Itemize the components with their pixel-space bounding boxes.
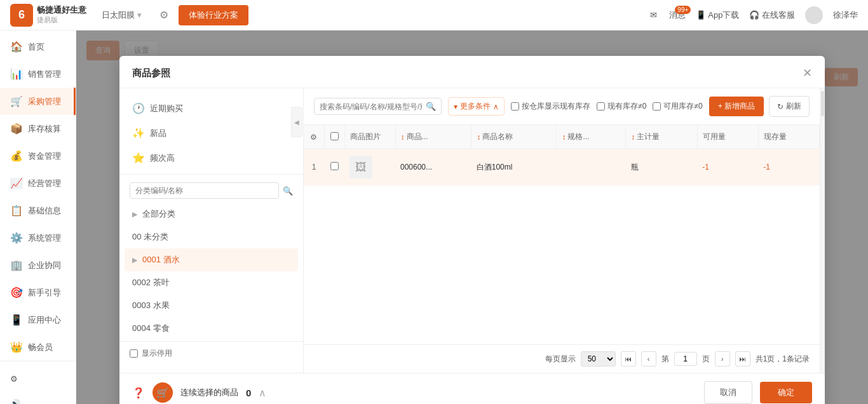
scrollbar-thumb[interactable] [821,91,824,116]
current-page-input[interactable] [674,352,697,366]
dialog-overlay: 商品参照 ✕ ◀ 🕐 近期购买 [76,30,868,404]
th-available-label: 可用量 [703,131,726,142]
search-icon: 🔍 [283,186,293,196]
sidebar-item-business[interactable]: 📈 经营管理 [0,170,76,197]
sidebar-volume[interactable]: 🔊 [0,391,76,404]
collapse-icon[interactable]: ∧ [259,387,266,399]
warehouse-checkbox[interactable] [511,102,519,111]
category-all[interactable]: ▶ 全部分类 [125,203,298,226]
product-search-box[interactable]: 🔍 [314,98,442,115]
sidebar-item-enterprise[interactable]: 🏢 企业协同 [0,252,76,279]
th-code[interactable]: ↕ 商品... [395,125,471,149]
home-icon: 🏠 [10,41,23,53]
add-product-btn[interactable]: + 新增商品 [709,97,764,116]
toolbar-right: + 新增商品 ↻ 刷新 [709,96,810,117]
category-0003[interactable]: 0003 水果 [125,294,298,317]
sidebar-item-basic-info[interactable]: 📋 基础信息 [0,197,76,224]
continuous-select-label: 连续选择的商品 [180,387,238,398]
sidebar-item-purchase[interactable]: 🛒 采购管理 [0,88,76,115]
category-search-input[interactable] [130,182,279,199]
product-search-input[interactable] [320,102,422,111]
sidebar-item-inventory[interactable]: 📦 库存核算 [0,115,76,142]
sort-up3-icon: ↕ [562,133,566,142]
th-settings[interactable]: ⚙ [304,125,324,149]
th-unit-label: 主计量 [637,131,660,142]
page-label: 第 [661,354,669,365]
checkbox-stock-nonzero: 现有库存≠0 [597,101,646,112]
category-0004[interactable]: 0004 零食 [125,317,298,340]
th-unit[interactable]: ↕ 主计量 [626,125,697,149]
page-size-select[interactable]: 50 10 20 100 [581,351,616,367]
category-0001[interactable]: ▶ 0001 酒水 [125,248,298,271]
finance-icon: 💰 [10,150,23,162]
service-btn[interactable]: 🎧 在线客服 [749,10,795,21]
show-disabled-checkbox[interactable] [130,349,138,358]
sidebar-item-home[interactable]: 🏠 首页 [0,33,76,60]
cart-count: 0 [246,387,251,398]
store-dropdown-icon: ▾ [137,10,142,20]
recent-purchase-nav[interactable]: 🕐 近期购买 [119,96,303,121]
sidebar-item-guide[interactable]: 🎯 新手引导 [0,279,76,306]
row-spec [557,149,626,185]
first-page-btn[interactable]: ⏮ [621,351,636,367]
sidebar-label-basic-info: 基础信息 [28,205,61,217]
last-page-btn[interactable]: ⏭ [735,351,750,367]
prev-page-btn[interactable]: ‹ [641,351,656,367]
settings-icon[interactable]: ⚙ [157,6,171,24]
headset-icon: 🎧 [749,10,759,20]
help-icon[interactable]: ❓ [132,387,145,399]
next-page-btn[interactable]: › [715,351,730,367]
dialog-close-button[interactable]: ✕ [803,66,812,80]
purchase-icon: 🛒 [10,95,23,107]
sidebar-label-purchase: 采购管理 [28,96,61,107]
more-filter-btn[interactable]: ▾ 更多条件 ∧ [448,97,505,116]
new-product-nav[interactable]: ✨ 新品 [119,121,303,145]
th-name[interactable]: ↕ 商品名称 [471,125,557,149]
row-checkbox[interactable] [330,162,339,170]
th-checkbox[interactable] [324,125,344,149]
content-area: 查询 设置 刷新 商品参照 ✕ [76,30,868,404]
app-download-btn[interactable]: 📱 App下载 [696,10,739,21]
table-row[interactable]: 1 🖼 000600... 白酒100ml [304,149,820,185]
stock-nonzero-checkbox[interactable] [597,102,605,111]
sidebar-item-sales[interactable]: 📊 销售管理 [0,60,76,88]
right-panel: 🔍 ▾ 更多条件 ∧ 按仓库显示现有库存 [304,88,820,373]
th-stock: 现存量 [758,125,819,149]
show-disabled-row: 显示停用 [119,341,303,365]
category-0002[interactable]: 0002 茶叶 [125,271,298,294]
select-all-checkbox[interactable] [330,132,339,140]
row-name: 白酒100ml [471,149,557,185]
frequent-label: 频次高 [150,152,175,164]
category-search: 🔍 [119,178,303,203]
category-00[interactable]: 00 未分类 [125,226,298,248]
sidebar-item-member[interactable]: 👑 畅会员 [0,333,76,361]
row-checkbox-cell[interactable] [324,149,344,185]
sidebar-label-guide: 新手引导 [28,287,61,299]
sidebar-label-appstore: 应用中心 [28,314,61,326]
trial-button[interactable]: 体验行业方案 [179,5,248,25]
cancel-button[interactable]: 取消 [704,381,752,404]
sidebar-item-system[interactable]: ⚙️ 系统管理 [0,224,76,252]
sidebar-item-finance[interactable]: 💰 资金管理 [0,142,76,170]
confirm-button[interactable]: 确定 [760,382,812,403]
show-disabled-label: 显示停用 [142,348,172,359]
image-placeholder: 🖼 [355,161,367,174]
user-avatar[interactable] [805,6,823,24]
sidebar-settings[interactable]: ⚙ [0,367,76,391]
mobile-icon: 📱 [696,10,706,20]
messages-btn[interactable]: ✉ 99+ 消息 [650,10,686,21]
row-image: 🖼 [344,149,395,185]
frequent-nav[interactable]: ⭐ 频次高 [119,145,303,170]
collapse-panel-btn[interactable]: ◀ [291,107,302,137]
enterprise-icon: 🏢 [10,259,23,271]
volume-icon: 🔊 [10,399,20,404]
sidebar-label-system: 系统管理 [28,232,61,244]
scrollbar[interactable] [820,88,825,373]
th-spec[interactable]: ↕ 规格... [557,125,626,149]
recent-label: 近期购买 [150,103,183,114]
available-nonzero-checkbox[interactable] [653,102,661,111]
refresh-btn[interactable]: ↻ 刷新 [769,96,810,117]
new-icon: ✨ [132,127,145,139]
store-selector[interactable]: 日太阳膜 ▾ [94,10,149,21]
sidebar-item-appstore[interactable]: 📱 应用中心 [0,306,76,333]
